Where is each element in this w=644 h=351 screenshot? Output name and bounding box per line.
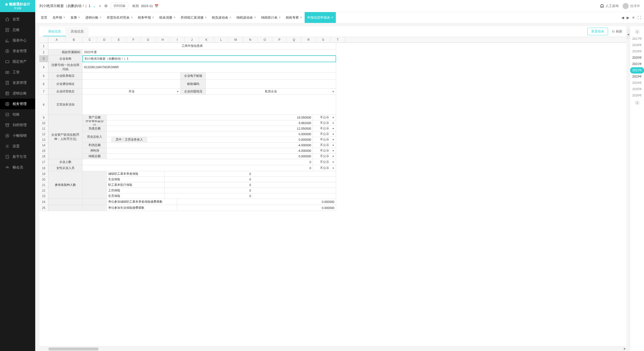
cell[interactable] <box>83 80 181 89</box>
tab-item[interactable]: 所得税汇算清缴✕ <box>178 12 209 23</box>
tab-item[interactable]: 税负波动表✕ <box>209 12 234 23</box>
col-header[interactable]: Q <box>287 37 301 43</box>
cell[interactable] <box>83 73 181 80</box>
row-header[interactable]: 6 <box>39 80 48 89</box>
col-header[interactable]: M <box>228 37 243 43</box>
cell[interactable]: 不公示 <box>313 148 336 154</box>
subtab-other[interactable]: 其他信息 <box>66 27 89 36</box>
cell[interactable]: 0 <box>165 171 336 177</box>
cell[interactable]: 不公示 <box>313 126 336 131</box>
reset-report-button[interactable]: 重置报表 <box>587 28 608 35</box>
cell[interactable] <box>206 73 336 80</box>
row-header[interactable]: 16 <box>39 154 48 159</box>
row-header[interactable]: 2 <box>39 49 48 55</box>
switch-old-version-button[interactable]: 切到旧版 <box>111 3 128 9</box>
cell[interactable]: 0 <box>165 188 336 193</box>
cell[interactable]: 私营企业 <box>206 89 336 95</box>
col-header[interactable]: J <box>185 37 199 43</box>
nav-psi[interactable]: 进销台账 <box>0 88 35 99</box>
cell[interactable] <box>83 95 336 115</box>
cell[interactable]: 0 <box>83 159 313 165</box>
scroll-right-icon[interactable]: ▶ <box>624 347 626 350</box>
col-header[interactable]: S <box>316 37 331 43</box>
row-header[interactable]: 15 <box>39 148 48 154</box>
add-account-button[interactable]: + <box>99 4 101 8</box>
tab-item[interactable]: 首页 <box>38 12 50 23</box>
col-header[interactable]: N <box>243 37 258 43</box>
cell[interactable]: 不公示 <box>313 154 336 159</box>
year-option[interactable]: 2024年 <box>630 80 644 86</box>
cell[interactable]: 2022年度 <box>83 49 336 55</box>
col-header[interactable]: H <box>155 37 170 43</box>
user-menu[interactable]: 徐泽华 <box>623 3 640 9</box>
year-option[interactable]: 2023年 <box>630 74 644 80</box>
cell[interactable]: 不公示 <box>313 143 336 148</box>
tabs-next-button[interactable]: ▶ <box>627 16 629 20</box>
nav-ledger[interactable]: 总账 <box>0 25 35 35</box>
tab-item[interactable]: 税表清册✕ <box>157 12 178 23</box>
col-header[interactable]: L <box>214 37 228 43</box>
spreadsheet[interactable]: ABCDEFGHIJKLMNOPQRST 1工商年报信息表2税款所属期间:202… <box>39 37 626 346</box>
year-down-button[interactable]: ∨ <box>635 100 640 105</box>
year-option[interactable]: 2017年 <box>630 36 644 42</box>
row-header[interactable]: 21 <box>39 182 48 188</box>
row-header[interactable]: 7 <box>39 89 48 95</box>
row-header[interactable]: 20 <box>39 177 48 182</box>
row-header[interactable]: 4 <box>39 62 48 73</box>
year-option[interactable]: 2019年 <box>630 48 644 55</box>
account-settings-button[interactable]: ⚙ <box>104 4 108 8</box>
cell[interactable]: 91320811MA7NGR2W6R <box>83 62 336 73</box>
tab-item[interactable]: 存货别名对照表✕ <box>104 12 135 23</box>
row-header[interactable]: 10 <box>39 120 48 126</box>
close-icon[interactable]: ✕ <box>99 16 102 19</box>
fullscreen-button[interactable]: ⛶ <box>637 16 641 20</box>
nav-invoice[interactable]: 发票管理 <box>0 78 35 88</box>
cell[interactable]: 开业 <box>83 89 181 95</box>
tab-item[interactable]: 税务申报✕ <box>135 12 157 23</box>
row-header[interactable]: 9 <box>39 115 48 120</box>
horizontal-scrollbar[interactable]: ▶ <box>39 346 626 351</box>
consult-button[interactable]: 🎧 人工咨询 <box>600 4 619 8</box>
year-option[interactable]: 2025年 <box>630 86 644 92</box>
cell[interactable]: -4.000000 <box>107 143 313 148</box>
nav-guide[interactable]: 新手引导 <box>0 152 35 162</box>
cell[interactable]: 刘小艳演示账套（勿删勿动！）1 <box>83 55 336 62</box>
row-header[interactable]: 19 <box>39 171 48 177</box>
period-value[interactable]: 2023-11 <box>141 4 153 8</box>
nav-report[interactable]: 报表中心 <box>0 35 35 46</box>
year-option[interactable]: 2020年 <box>630 55 644 61</box>
row-header[interactable]: 23 <box>39 193 48 199</box>
close-icon[interactable]: ✕ <box>205 16 207 19</box>
close-icon[interactable]: ✕ <box>173 16 176 19</box>
tab-item[interactable]: 进销台账✕ <box>83 12 104 23</box>
row-header[interactable]: 1 <box>39 43 48 49</box>
close-icon[interactable]: ✕ <box>152 16 154 19</box>
row-header[interactable]: 22 <box>39 188 48 193</box>
close-icon[interactable]: ✕ <box>331 16 333 19</box>
cell[interactable]: 不公示 <box>313 115 336 120</box>
row-header[interactable]: 3 <box>39 55 48 62</box>
cell[interactable]: 0.000000 <box>147 137 313 143</box>
year-option[interactable]: 2022年 <box>630 67 644 74</box>
tab-item[interactable]: 兑申报✕ <box>50 12 68 23</box>
cell[interactable]: 不公示 <box>313 131 336 137</box>
cell[interactable]: 0 <box>165 193 336 199</box>
close-icon[interactable]: ✕ <box>278 16 281 19</box>
close-icon[interactable]: ✕ <box>254 16 256 19</box>
row-header[interactable]: 13 <box>39 137 48 143</box>
row-header[interactable]: 18 <box>39 165 48 171</box>
row-header[interactable]: 12 <box>39 131 48 137</box>
cell[interactable]: 0.000000 <box>107 131 313 137</box>
nav-baoxiao[interactable]: 小畅报销 <box>0 130 35 141</box>
subtab-basic[interactable]: 基础信息 <box>43 27 66 36</box>
close-icon[interactable]: ✕ <box>229 16 231 19</box>
row-header[interactable]: 11 <box>39 126 48 131</box>
close-icon[interactable]: ✕ <box>300 16 302 19</box>
tab-item[interactable]: 纳税统计表✕ <box>259 12 283 23</box>
chevron-down-icon[interactable]: ⌄ <box>93 4 96 8</box>
col-header[interactable]: O <box>258 37 272 43</box>
year-option[interactable]: 2021年 <box>630 61 644 67</box>
cell[interactable]: 0.000000 <box>177 199 336 205</box>
col-header[interactable]: T <box>331 37 345 43</box>
col-header[interactable]: R <box>301 37 316 43</box>
